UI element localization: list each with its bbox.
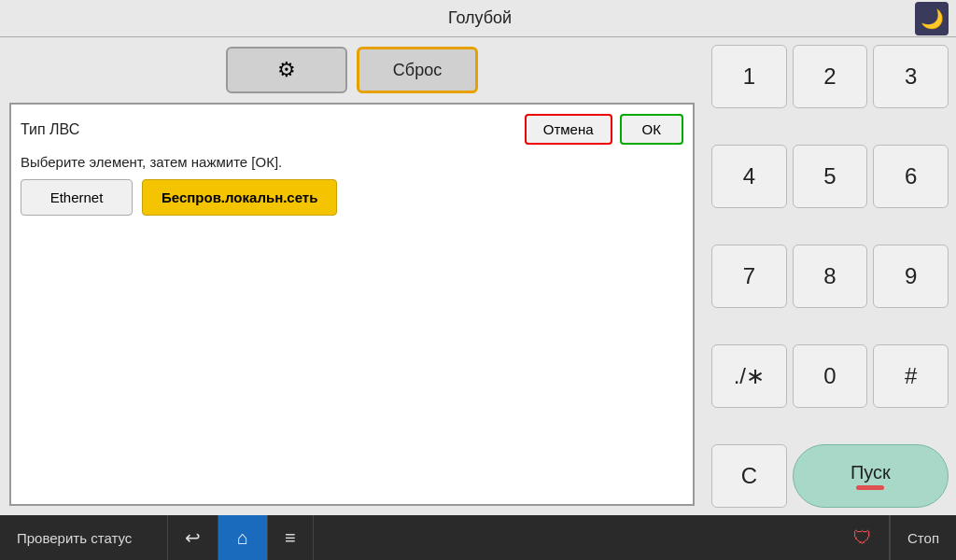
clear-button[interactable]: C bbox=[711, 444, 787, 508]
status-label: Проверить статус bbox=[17, 530, 132, 546]
reset-label: Сброс bbox=[393, 61, 442, 80]
shield-icon: 🛡 bbox=[853, 527, 872, 549]
menu-icon: ≡ bbox=[285, 527, 296, 549]
ok-button[interactable]: ОК bbox=[620, 114, 683, 145]
left-panel: ⚙ Сброс Тип ЛВС Отмена ОК Выберите элеме… bbox=[0, 37, 704, 515]
bottom-bar: Проверить статус ↩ ⌂ ≡ 🛡 Стоп bbox=[0, 515, 956, 560]
num-btn-6[interactable]: 6 bbox=[873, 145, 949, 208]
start-indicator bbox=[856, 485, 884, 490]
num-btn-4[interactable]: 4 bbox=[711, 145, 787, 208]
main-area: ⚙ Сброс Тип ЛВС Отмена ОК Выберите элеме… bbox=[0, 37, 956, 515]
start-button[interactable]: Пуск bbox=[793, 444, 949, 508]
num-btn-7[interactable]: 7 bbox=[711, 245, 787, 308]
shield-button[interactable]: 🛡 bbox=[836, 515, 890, 560]
num-btn-3[interactable]: 3 bbox=[873, 45, 949, 108]
option-wireless[interactable]: Беспров.локальн.сеть bbox=[142, 179, 337, 216]
num-btn-1[interactable]: 1 bbox=[711, 45, 787, 108]
dialog-box: Тип ЛВС Отмена ОК Выберите элемент, зате… bbox=[9, 103, 695, 506]
num-btn-0[interactable]: 0 bbox=[793, 344, 868, 408]
dialog-header: Тип ЛВС Отмена ОК bbox=[21, 114, 683, 145]
num-btn-2[interactable]: 2 bbox=[793, 45, 868, 108]
back-button[interactable]: ↩ bbox=[168, 515, 218, 560]
gear-icon: ⚙ bbox=[277, 58, 296, 82]
start-label: Пуск bbox=[851, 462, 891, 483]
moon-button[interactable]: 🌙 bbox=[915, 2, 949, 35]
num-btn-hash[interactable]: # bbox=[873, 344, 949, 408]
stop-label: Стоп bbox=[907, 530, 939, 546]
right-panel: 1 2 3 4 5 6 7 8 9 ./∗ 0 # C Пуск bbox=[704, 37, 956, 515]
numpad-grid: 1 2 3 4 5 6 7 8 9 ./∗ 0 # bbox=[711, 45, 949, 439]
dialog-title: Тип ЛВС bbox=[21, 121, 79, 138]
reset-button[interactable]: Сброс bbox=[357, 47, 478, 93]
option-ethernet[interactable]: Ethernet bbox=[21, 179, 133, 216]
top-bar: Голубой 🌙 bbox=[0, 0, 956, 37]
num-btn-8[interactable]: 8 bbox=[793, 245, 868, 308]
toolbar-row: ⚙ Сброс bbox=[9, 47, 695, 93]
cancel-button[interactable]: Отмена bbox=[525, 114, 612, 145]
option-row: Ethernet Беспров.локальн.сеть bbox=[21, 179, 683, 216]
home-icon: ⌂ bbox=[237, 527, 248, 549]
num-btn-5[interactable]: 5 bbox=[793, 145, 868, 208]
top-bar-title: Голубой bbox=[45, 8, 915, 28]
back-icon: ↩ bbox=[185, 526, 201, 549]
dialog-instruction: Выберите элемент, затем нажмите [ОК]. bbox=[21, 154, 683, 170]
stop-button[interactable]: Стоп bbox=[890, 515, 956, 560]
home-button[interactable]: ⌂ bbox=[218, 515, 268, 560]
menu-button[interactable]: ≡ bbox=[268, 515, 314, 560]
bottom-row: C Пуск bbox=[711, 444, 949, 508]
num-btn-dot-star[interactable]: ./∗ bbox=[711, 344, 787, 408]
settings-button[interactable]: ⚙ bbox=[226, 47, 347, 93]
status-button[interactable]: Проверить статус bbox=[0, 515, 168, 560]
num-btn-9[interactable]: 9 bbox=[873, 245, 949, 308]
dialog-buttons: Отмена ОК bbox=[525, 114, 683, 145]
